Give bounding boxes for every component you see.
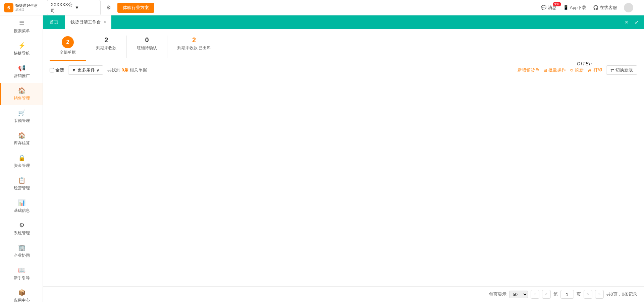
sidebar-item-purchase[interactable]: 🛒 采购管理	[0, 105, 43, 128]
sidebar-item-label: 营销推广	[14, 73, 30, 79]
online-service-icon: 🎧	[593, 5, 598, 10]
app-download-label: App下载	[570, 5, 586, 11]
toolbar-right: + 新增销货单 ⊞ 批量操作 ↻ 刷新 🖨 打印 ⇄	[514, 65, 637, 75]
sidebar-item-app-center[interactable]: 📦 应用中心	[0, 285, 43, 302]
stat-card-overdue[interactable]: 2 到期未收款	[86, 33, 126, 61]
sidebar-item-inventory[interactable]: 🏠 库存核算	[0, 128, 43, 150]
stat-number-shipped: 2	[177, 36, 211, 44]
sidebar-item-label: 基础信息	[14, 208, 30, 214]
switch-version-button[interactable]: ⇄ 切换新版	[606, 65, 637, 75]
quick-nav-icon: ⚡	[18, 42, 25, 49]
first-page-button[interactable]: «	[531, 290, 539, 299]
sidebar-item-operation[interactable]: 📋 经营管理	[0, 173, 43, 195]
sidebar-item-label: 企业协同	[14, 253, 30, 258]
page-size-select[interactable]: 50 10 20 100	[509, 291, 528, 298]
sidebar-item-finance[interactable]: 🔒 资金管理	[0, 150, 43, 173]
sidebar-item-label: 搜索菜单	[14, 28, 30, 34]
app-center-icon: 📦	[18, 289, 25, 296]
logo-icon: 6	[4, 3, 13, 12]
stat-number-pending: 0	[137, 36, 157, 44]
stat-label-all: 全部单据	[60, 50, 76, 55]
filter-button[interactable]: ▼ 更多条件 ∨	[68, 65, 103, 75]
app-download-button[interactable]: 📱 App下载	[563, 5, 586, 11]
message-badge: 99+	[553, 2, 561, 6]
finance-icon: 🔒	[18, 154, 25, 162]
sidebar-item-search-menu[interactable]: ☰ 搜索菜单	[0, 15, 43, 38]
logo-badge: 标准版	[15, 8, 38, 12]
total-info: 共0页，0条记录	[606, 291, 637, 297]
tab-home[interactable]: 首页	[43, 15, 65, 29]
refresh-icon: ↻	[570, 68, 574, 73]
pagination-bar: 每页显示 50 10 20 100 « < 第 页 > » 共0页，0条记录	[43, 286, 644, 302]
purchase-icon: 🛒	[18, 109, 25, 117]
chevron-down-icon: ▼	[75, 5, 97, 10]
print-icon: 🖨	[588, 68, 592, 73]
last-page-button[interactable]: »	[595, 290, 604, 299]
refresh-button[interactable]: ↻ 刷新	[570, 67, 584, 73]
sidebar-item-sales[interactable]: 🏠 销售管理	[0, 83, 43, 105]
batch-icon: ⊞	[543, 68, 547, 73]
layout: ☰ 搜索菜单 ⚡ 快捷导航 📢 营销推广 🏠 销售管理 🛒 采购管理 🏠 库存核…	[0, 15, 644, 302]
search-menu-icon: ☰	[19, 19, 24, 27]
stat-label-shipped: 到期未收款 已出库	[177, 45, 211, 51]
page-size-label: 每页显示	[489, 291, 506, 297]
message-icon: 💬	[541, 5, 546, 10]
filter-icon: ▼	[72, 68, 76, 73]
tab-close-button[interactable]: ×	[104, 20, 106, 24]
print-label: 打印	[593, 67, 602, 73]
prev-page-button[interactable]: <	[542, 290, 551, 299]
sidebar-item-label: 系统管理	[14, 230, 30, 236]
found-count: 0条	[122, 67, 128, 72]
marketing-icon: 📢	[18, 64, 25, 72]
stat-card-shipped[interactable]: 2 到期未收款 已出库	[167, 33, 221, 61]
company-name: XXXXXX公司	[51, 2, 73, 14]
operation-icon: 📋	[18, 177, 25, 184]
page-number-input[interactable]	[560, 290, 574, 299]
company-selector[interactable]: XXXXXX公司 ▼	[47, 0, 101, 15]
main-content: 2 全部单据 2 到期未收款 0 旺铺待确认 2 到期未收款 已出库	[43, 29, 644, 302]
add-sales-order-button[interactable]: + 新增销货单	[514, 67, 539, 73]
sidebar-item-basic-info[interactable]: 📊 基础信息	[0, 195, 43, 218]
message-button[interactable]: 💬 消息 99+	[541, 5, 556, 11]
avatar[interactable]	[624, 3, 633, 12]
tab-close-window-button[interactable]: ✕	[623, 18, 631, 26]
sidebar-item-quick-nav[interactable]: ⚡ 快捷导航	[0, 38, 43, 60]
settings-button[interactable]: ⚙	[103, 2, 114, 13]
print-button[interactable]: 🖨 打印	[588, 67, 602, 73]
refresh-label: 刷新	[575, 67, 584, 73]
batch-label: 批量操作	[548, 67, 566, 73]
sidebar-item-system[interactable]: ⚙ 系统管理	[0, 218, 43, 240]
sidebar-item-enterprise[interactable]: 🏢 企业协同	[0, 240, 43, 262]
online-service-label: 在线客服	[600, 5, 617, 11]
gear-icon: ⚙	[106, 4, 111, 11]
sidebar-item-marketing[interactable]: 📢 营销推广	[0, 60, 43, 83]
stat-number-overdue: 2	[96, 36, 116, 44]
sidebar-item-label: 应用中心	[14, 298, 30, 302]
main-area: 首页 钱货日清工作台 × ✕ ⤢ 2 全部单据 2 到期未收款	[43, 15, 644, 302]
select-all-checkbox[interactable]: 全选	[50, 67, 64, 73]
select-all-label: 全选	[55, 67, 64, 73]
online-service-button[interactable]: 🎧 在线客服	[593, 5, 617, 11]
batch-operation-button[interactable]: ⊞ 批量操作	[543, 67, 566, 73]
tab-active[interactable]: 钱货日清工作台 ×	[65, 15, 111, 29]
sidebar-item-guide[interactable]: 📖 新手引导	[0, 262, 43, 285]
trial-button[interactable]: 体验行业方案	[117, 3, 154, 13]
found-prefix: 共找到	[107, 67, 120, 72]
logo-name: 畅捷通好生意	[15, 3, 38, 8]
page-suffix: 页	[577, 291, 581, 297]
stat-label-pending: 旺铺待确认	[137, 45, 157, 51]
filter-label: 更多条件	[77, 67, 95, 73]
found-text: 共找到 0条 相关单据	[107, 67, 147, 73]
select-all-input[interactable]	[50, 68, 54, 72]
tab-bar: 首页 钱货日清工作台 × ✕ ⤢	[43, 15, 644, 29]
tab-maximize-button[interactable]: ⤢	[633, 18, 641, 26]
next-page-button[interactable]: >	[584, 290, 592, 299]
app-download-icon: 📱	[563, 5, 569, 10]
switch-label: 切换新版	[615, 67, 633, 73]
header-right: 💬 消息 99+ 📱 App下载 🎧 在线客服	[541, 3, 640, 12]
stat-card-all[interactable]: 2 全部单据	[50, 33, 86, 61]
stat-card-pending[interactable]: 0 旺铺待确认	[127, 33, 167, 61]
tab-bar-actions: ✕ ⤢	[623, 18, 644, 26]
switch-icon: ⇄	[610, 68, 614, 73]
toolbar: 全选 ▼ 更多条件 ∨ 共找到 0条 相关单据 + 新增销货单 ⊞ 批量操作	[43, 61, 644, 79]
